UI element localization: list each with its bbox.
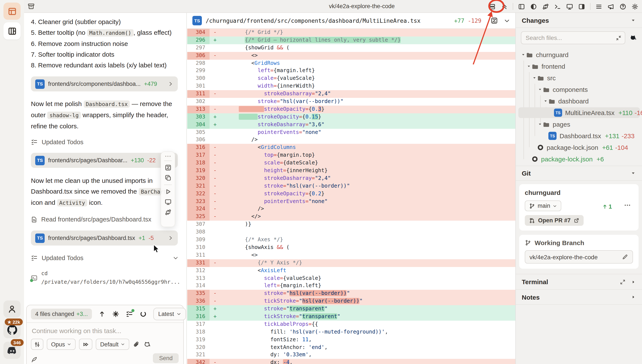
archive-icon[interactable] [28,2,35,10]
diff-row: 323- pointerEvents="none" [187,198,515,206]
cat-agent-icon[interactable] [629,34,637,42]
tree-item-label: package-lock.json [547,144,598,151]
tree-item-dashboard-tsx[interactable]: TSDashboard.tsx+131-233 [516,130,642,142]
cat-agent-icon[interactable] [143,340,151,348]
changes-section-header[interactable]: Changes [516,13,642,28]
files-changed-chip[interactable]: 4 files changed +3... [31,308,92,319]
line-number: 306 [187,136,210,144]
read-file-row[interactable]: Read frontend/src/pages/Dashboard.tsx [31,215,179,224]
git-compare-icon[interactable] [164,208,172,216]
settings-gear-icon[interactable] [631,3,638,10]
caret-down-icon[interactable] [526,64,532,69]
open-pr-button[interactable]: Open PR #7 [525,215,583,226]
send-button[interactable]: Send [153,353,179,363]
monitor-icon[interactable] [164,198,172,206]
git-compare-icon[interactable] [542,3,549,10]
diff-view-icon[interactable] [490,17,498,24]
diff-row: 303+ strokeOpacity={0.15} [187,113,515,121]
quill-icon[interactable] [31,356,38,363]
toggle-views-icon[interactable] [489,3,496,10]
chat-bubble-icon[interactable] [530,3,537,10]
tree-item-dashboard[interactable]: dashboard [516,95,642,107]
search-files-input[interactable]: Search files... [521,31,625,44]
todo-update-row[interactable]: Updated Todos [31,138,179,146]
help-icon[interactable] [619,3,626,10]
todo-update-row[interactable]: Updated Todos [31,254,179,262]
diff-file-header[interactable]: TS /churnguard/frontend/src/components/d… [187,13,515,29]
branch-icon [525,240,531,246]
panel-right-icon[interactable] [578,3,585,10]
file-edit-chip[interactable]: TS frontend/src/components/dashboa... +4… [31,76,178,92]
megaphone-icon[interactable] [607,3,614,10]
terminal-command-row[interactable]: cd /private/var/folders/10/h7w0q46556ggr… [31,269,179,286]
attach-paperclip-icon[interactable] [133,340,140,348]
diff-row: 331- {/* Y Axis */} [187,259,515,267]
diff-file-path: /churnguard/frontend/src/components/dash… [206,18,420,24]
mode-dropdown[interactable]: Default [96,339,130,350]
tree-item-frontend[interactable]: frontend [516,60,642,72]
caret-down-icon[interactable] [537,87,543,92]
drag-handle-dots-icon[interactable] [165,155,171,158]
file-edit-chip[interactable]: TS frontend/src/pages/Dashboar... +130 -… [31,153,178,168]
file-edit-chip[interactable]: TS frontend/src/pages/Dashboard.tsx +1 -… [31,230,178,246]
caret-down-icon[interactable] [520,52,526,57]
code-line: left={margin.left} [221,67,315,75]
branch-dropdown[interactable]: main [525,200,561,211]
threads-view-button[interactable] [4,2,21,20]
git-section-header[interactable]: Git [516,166,642,181]
line-number: 313 [187,274,210,282]
tree-item-package-lock-json[interactable]: package-lock.json+6 [516,153,642,165]
play-icon[interactable] [164,188,172,195]
diff-row: 297 {showGrid && ( [187,44,515,52]
caret-down-icon[interactable] [537,122,543,127]
terminal-icon[interactable] [554,3,561,10]
tree-item-label: pages [553,120,570,128]
fast-forward-button[interactable] [79,339,93,350]
more-options-icon[interactable] [624,204,631,206]
terminal-section-header[interactable]: Terminal [516,274,642,289]
tree-item-multilinearea-tsx[interactable]: TSMultiLineArea.tsx+110-162 [516,107,642,118]
caret-down-icon[interactable] [531,76,537,80]
diff-row: 308 [187,228,515,236]
list-item: 4. Cleaner grid (subtler opacity) [31,16,179,27]
todos-icon[interactable] [126,310,133,318]
model-dropdown[interactable]: Opus [47,339,76,350]
diff-view-icon[interactable] [164,164,172,171]
chevron-down-icon[interactable] [504,18,510,24]
collapse-all-icon[interactable] [501,3,508,10]
assistant-paragraph: Now let me polish Dashboard.tsx — remove… [31,98,179,131]
tree-item-package-lock-json[interactable]: package-lock.json+61-104 [516,142,642,153]
tree-item-churnguard[interactable]: churnguard [516,49,642,60]
edit-pencil-icon[interactable] [622,254,628,260]
caret-down-icon[interactable] [542,99,548,104]
removed-count: -5 [149,233,154,244]
menu-icon[interactable] [595,3,602,10]
expand-icon[interactable] [620,279,626,285]
json-file-icon [537,144,544,151]
latest-dropdown[interactable]: Latest [154,308,186,320]
board-view-button[interactable] [4,22,21,40]
notes-section-header[interactable]: Notes [516,289,642,305]
line-number: 301 [187,82,210,90]
chevron-down-icon[interactable] [173,255,179,261]
folder-icon [543,121,550,128]
sparkle-icon[interactable] [112,310,120,318]
changes-file-tree: churnguardfrontendsrccomponentsdashboard… [516,48,642,166]
tree-item-components[interactable]: components [516,84,642,95]
monitor-icon[interactable] [566,3,573,10]
arrow-up-icon[interactable] [99,310,106,318]
copy-icon[interactable] [164,174,172,182]
model-settings-button[interactable] [31,339,43,350]
account-button[interactable] [4,300,21,318]
line-number: 300 [187,75,210,83]
code-line: /> [221,206,264,213]
code-line: width={innerWidth} [221,82,315,90]
assistant-list: 4. Cleaner grid (subtler opacity) 5. Bet… [31,16,179,70]
message-input[interactable]: Continue working on this task... [27,323,183,336]
tree-item-pages[interactable]: pages [516,118,642,130]
diff-marker: - [210,290,221,298]
panel-left-icon[interactable] [518,3,525,10]
tree-item-src[interactable]: src [516,72,642,84]
collapse-tree-icon[interactable] [615,35,622,41]
working-branch-input[interactable]: vk/4e2a-explore-the-code [525,250,633,264]
